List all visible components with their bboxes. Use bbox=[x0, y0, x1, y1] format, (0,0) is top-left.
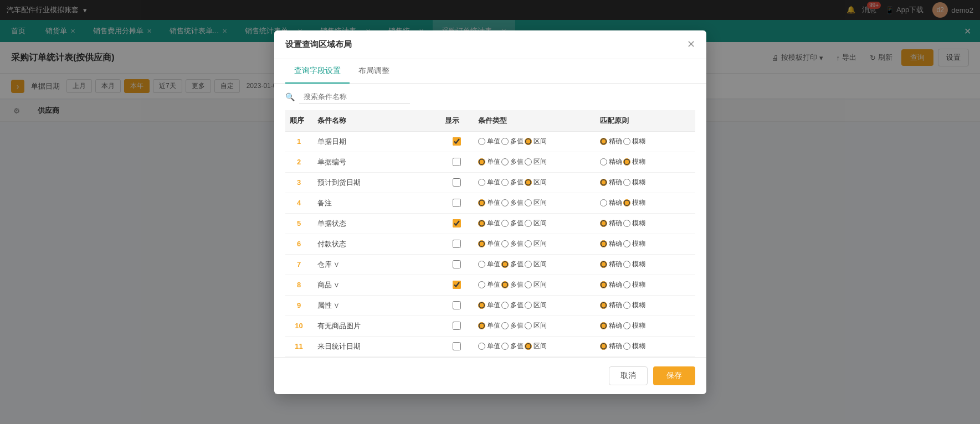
dialog-search-row: 🔍 bbox=[274, 84, 706, 110]
dialog-title: 设置查询区域布局 bbox=[285, 39, 352, 50]
dialog-body: 查询字段设置 布局调整 🔍 顺序 条件名称 显示 条件类型 bbox=[274, 59, 706, 122]
dialog-tabs: 查询字段设置 布局调整 bbox=[274, 59, 706, 84]
th-match: 匹配原则 bbox=[596, 110, 695, 122]
dialog-table: 顺序 条件名称 显示 条件类型 匹配原则 1单据日期单值多值区间精确模糊2单据编… bbox=[285, 110, 695, 122]
dialog-table-header-row: 顺序 条件名称 显示 条件类型 匹配原则 bbox=[285, 110, 695, 122]
th-name: 条件名称 bbox=[313, 110, 440, 122]
dialog-tab-layout-adjust[interactable]: 布局调整 bbox=[350, 59, 398, 84]
dialog-close-button[interactable]: ✕ bbox=[687, 39, 695, 49]
th-order: 顺序 bbox=[285, 110, 313, 122]
dialog-table-wrap: 顺序 条件名称 显示 条件类型 匹配原则 1单据日期单值多值区间精确模糊2单据编… bbox=[274, 110, 706, 122]
th-display: 显示 bbox=[440, 110, 474, 122]
dialog-header: 设置查询区域布局 ✕ bbox=[274, 30, 706, 59]
search-icon: 🔍 bbox=[285, 92, 295, 101]
dialog-search-input[interactable] bbox=[299, 90, 410, 104]
settings-dialog: 设置查询区域布局 ✕ 查询字段设置 布局调整 🔍 顺序 bbox=[274, 30, 706, 122]
dialog-tab-query-fields[interactable]: 查询字段设置 bbox=[285, 59, 350, 84]
dialog-overlay: 设置查询区域布局 ✕ 查询字段设置 布局调整 🔍 顺序 bbox=[0, 0, 980, 122]
th-type: 条件类型 bbox=[474, 110, 596, 122]
